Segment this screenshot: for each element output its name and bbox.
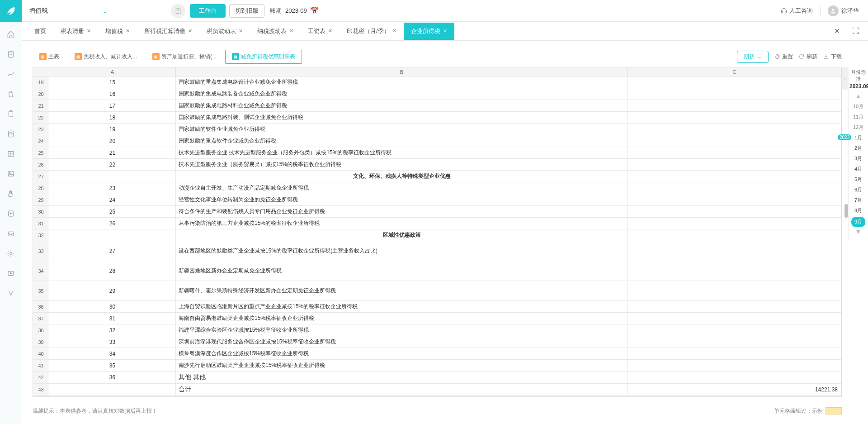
close-all-icon[interactable]: ✕ [830,24,844,38]
cell[interactable] [49,384,176,395]
old-version-button[interactable]: 切到旧版 [229,4,264,18]
row-header[interactable]: 35 [33,281,49,300]
row-header[interactable]: 26 [33,159,49,170]
month-option[interactable]: 2月 [849,143,867,153]
cell[interactable]: 21 [49,147,176,158]
select-all-corner[interactable] [33,67,49,76]
cell[interactable]: 19 [49,124,176,135]
cell[interactable]: 28 [49,261,176,281]
period-value[interactable]: 2023-09 [285,7,307,14]
cell[interactable]: 技术先进型服务企业 技术先进型服务企业（服务外包类）减按15%的税率征收企业所得… [176,147,628,158]
side-bag[interactable] [4,87,18,101]
cell[interactable]: 文化、环保、残疾人等特殊类型企业优惠 [176,171,628,182]
cell[interactable] [628,147,841,158]
cell[interactable] [628,88,841,100]
scrollbar-vertical[interactable] [844,76,848,396]
tab-item[interactable]: 工资表✕ [301,23,340,40]
cell[interactable]: 15 [49,76,176,88]
cell[interactable]: 26 [49,218,176,229]
row-header[interactable]: 23 [33,124,49,135]
tab-item[interactable]: 税负波动表✕ [199,23,250,40]
cell[interactable] [628,324,841,336]
side-settings[interactable] [4,246,18,261]
cell[interactable]: 25 [49,206,176,217]
cell[interactable] [628,313,841,324]
close-icon[interactable]: ✕ [392,28,396,34]
side-chart[interactable] [4,67,18,81]
row-header[interactable]: 30 [33,206,49,217]
cell[interactable]: 30 [49,301,176,312]
cell[interactable]: 海南自由贸易港鼓励类企业减按15%税率征收企业所得税 [176,313,628,324]
close-icon[interactable]: ✕ [443,28,447,34]
cell[interactable]: 国家鼓励的集成电路装备企业减免企业所得税 [176,88,628,100]
cell[interactable]: 上海自贸试验区临港新片区的重点产业企业减按15%的税率征收企业所得税 [176,301,628,312]
close-icon[interactable]: ✕ [239,28,243,34]
month-up-icon[interactable]: ▲ [849,92,867,100]
cell[interactable] [628,100,841,111]
close-icon[interactable]: ✕ [328,28,332,34]
cell[interactable]: 设在西部地区的鼓励类产业企业减按15%的税率征收企业所得税(主营业务收入占比) [176,241,628,261]
row-header[interactable]: 27 [33,171,49,182]
row-header[interactable]: 41 [33,360,49,371]
worktable-button[interactable]: 工作台 [190,4,226,18]
tab-item[interactable]: 首页 [27,23,53,40]
row-header[interactable]: 43 [33,384,49,395]
col-header-b[interactable]: B [176,67,628,76]
month-option[interactable]: 10月 [849,101,867,112]
row-header[interactable]: 19 [33,76,49,88]
tab-item[interactable]: 企业所得税✕ [404,23,454,40]
side-image[interactable] [4,167,18,181]
row-header[interactable]: 22 [33,112,49,123]
row-header[interactable]: 33 [33,241,49,261]
cell[interactable]: 合计 [176,384,628,395]
cell[interactable]: 17 [49,100,176,111]
cell[interactable]: 23 [49,182,176,194]
cell[interactable] [628,76,841,88]
cell[interactable]: 福建平潭综合实验区企业减按15%税率征收企业所得税 [176,324,628,336]
cell[interactable]: 国家鼓励的集成电路材料企业减免企业所得税 [176,100,628,111]
cell[interactable] [628,124,841,135]
cell[interactable]: 国家鼓励的软件企业减免企业所得税 [176,124,628,135]
month-option[interactable]: 9月 [851,217,865,227]
cell[interactable]: 南沙先行启动区鼓励类产业企业减按15%税率征收企业所得税 [176,360,628,371]
row-header[interactable]: 21 [33,100,49,111]
cell[interactable]: 经营性文化事业单位转制为企业的免征企业所得税 [176,194,628,205]
row-header[interactable]: 25 [33,147,49,158]
spreadsheet[interactable]: A B C 19 15 国家鼓励的重点集成电路设计企业减免企业所得税 20 16… [33,67,842,397]
cell[interactable]: 国家鼓励的重点软件企业减免企业所得税 [176,135,628,147]
row-header[interactable]: 42 [33,372,49,383]
cell[interactable] [628,360,841,371]
cell[interactable]: 18 [49,112,176,123]
side-doc[interactable] [4,47,18,62]
cell[interactable]: 新疆困难地区新办企业定期减免企业所得税 [176,261,628,281]
cell[interactable] [628,159,841,170]
cell[interactable] [628,194,841,205]
doc-icon[interactable] [171,4,185,18]
tab-item[interactable]: 所得税汇算清缴✕ [137,23,199,40]
row-header[interactable]: 32 [33,229,49,241]
cell[interactable]: 16 [49,88,176,100]
cell[interactable]: 24 [49,194,176,205]
cell[interactable]: 31 [49,313,176,324]
tab-item[interactable]: 纳税波动表✕ [250,23,301,40]
reset-button[interactable]: 重置 [774,53,793,61]
side-inbox[interactable] [4,226,18,241]
row-header[interactable]: 31 [33,218,49,229]
side-hand[interactable] [4,186,18,201]
sheet-tab[interactable]: ▤减免所得税优惠明细表 [225,50,302,64]
cell[interactable]: 符合条件的生产和装配伤残人员专门用品企业免征企业所得税 [176,206,628,217]
sheet-tab[interactable]: ▤主表 [33,50,66,64]
cell[interactable]: 14221.38 [628,384,841,395]
download-button[interactable]: 下载 [823,53,842,61]
tax-type-dropdown[interactable]: 增值税 ⌄ [29,7,171,15]
calendar-icon[interactable]: 📅 [310,6,319,15]
month-option[interactable]: 12月 [849,122,867,133]
tab-item[interactable]: 税表清册✕ [53,23,98,40]
row-header[interactable]: 39 [33,336,49,348]
row-header[interactable]: 24 [33,135,49,147]
row-header[interactable]: 36 [33,301,49,312]
cell[interactable] [49,229,176,241]
cell[interactable] [628,182,841,194]
month-option[interactable]: 4月 [849,164,867,174]
side-table[interactable] [4,147,18,161]
